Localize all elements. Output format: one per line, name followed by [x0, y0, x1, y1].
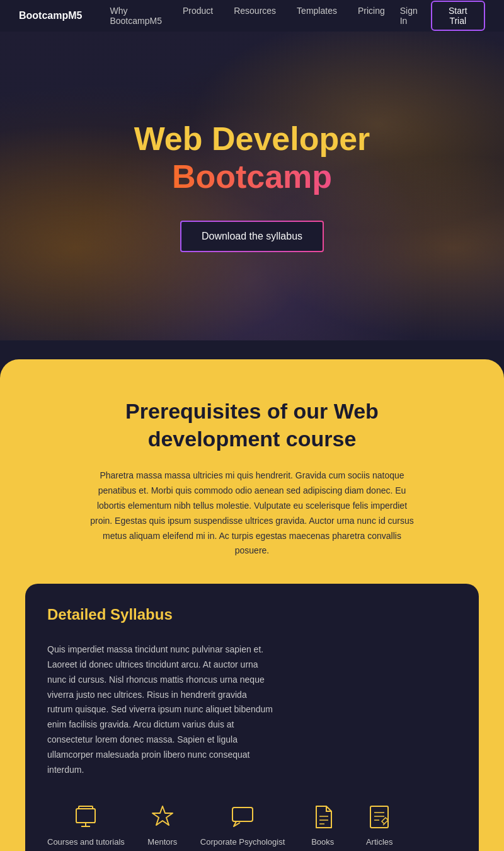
psychologist-icon	[229, 802, 256, 830]
courses-label: Courses and tutorials	[47, 837, 125, 848]
hero-cta-button[interactable]: Download the syllabus	[180, 221, 324, 252]
hero-section: Web Developer Bootcamp Download the syll…	[0, 32, 504, 340]
mentors-label: Mentors	[147, 837, 177, 848]
nav-link-pricing[interactable]: Pricing	[349, 2, 394, 30]
svg-line-14	[383, 824, 384, 825]
navbar: BootcampM5 Why BootcampM5 Product Resour…	[0, 0, 504, 32]
svg-rect-10	[370, 806, 388, 828]
psychologist-label: Corporate Psychologist	[200, 837, 285, 848]
nav-link-resources[interactable]: Resources	[225, 2, 285, 30]
syllabus-icons-row: Courses and tutorials Mentors Corporate …	[47, 802, 457, 848]
syllabus-icon-books: Books	[304, 802, 341, 848]
books-icon	[309, 802, 336, 830]
hero-title-line1: Web Developer	[134, 120, 370, 158]
syllabus-card-body: Quis imperdiet massa tincidunt nunc pulv…	[47, 642, 274, 777]
nav-link-templates[interactable]: Templates	[288, 2, 346, 30]
syllabus-icon-courses: Courses and tutorials	[47, 802, 125, 848]
syllabus-icon-psychologist: Corporate Psychologist	[200, 802, 285, 848]
dark-band	[0, 340, 504, 359]
svg-marker-5	[152, 806, 173, 825]
articles-label: Articles	[366, 837, 393, 848]
books-label: Books	[311, 837, 334, 848]
nav-logo[interactable]: BootcampM5	[19, 10, 82, 21]
articles-icon	[365, 802, 393, 830]
hero-content: Web Developer Bootcamp Download the syll…	[134, 120, 370, 252]
syllabus-icon-mentors: Mentors	[144, 802, 181, 848]
nav-link-why[interactable]: Why BootcampM5	[101, 2, 170, 30]
syllabus-card: Detailed Syllabus Quis imperdiet massa t…	[25, 584, 479, 851]
prerequisites-body: Pharetra massa massa ultricies mi quis h…	[88, 468, 416, 559]
svg-rect-6	[232, 808, 253, 821]
signin-link[interactable]: Sign In	[400, 6, 421, 26]
nav-links: Why BootcampM5 Product Resources Templat…	[101, 2, 393, 30]
mentors-icon	[149, 802, 176, 830]
nav-link-product[interactable]: Product	[174, 2, 222, 30]
hero-title-line2: Bootcamp	[134, 158, 370, 195]
start-trial-button[interactable]: Start Trial	[431, 1, 485, 31]
prerequisites-section: Prerequisites of our Web development cou…	[0, 359, 504, 851]
svg-rect-0	[76, 809, 95, 823]
prerequisites-title: Prerequisites of our Web development cou…	[19, 397, 485, 453]
syllabus-icon-articles: Articles	[360, 802, 398, 848]
courses-icon	[72, 802, 100, 830]
nav-right: Sign In Start Trial	[400, 1, 485, 31]
svg-rect-1	[79, 806, 93, 809]
syllabus-card-title: Detailed Syllabus	[47, 606, 457, 623]
